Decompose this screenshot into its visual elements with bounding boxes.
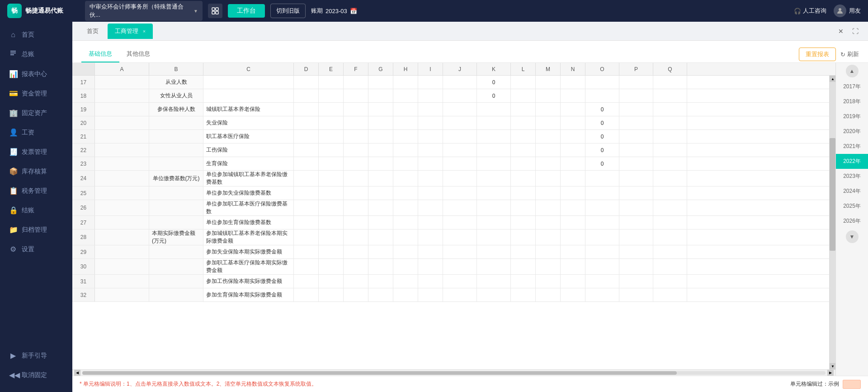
cell-28-E[interactable] xyxy=(319,229,344,245)
year-item-2020[interactable]: 2020年 xyxy=(836,124,868,139)
cell-31-B[interactable] xyxy=(149,275,203,288)
cell-18-N[interactable] xyxy=(561,89,585,102)
cell-23-K[interactable] xyxy=(477,157,511,170)
cell-25-P[interactable] xyxy=(619,186,653,200)
cell-32-K[interactable] xyxy=(477,288,511,301)
cell-31-D[interactable] xyxy=(294,275,319,288)
cell-20-K[interactable] xyxy=(477,116,511,129)
cell-22-E[interactable] xyxy=(319,143,344,157)
cell-24-B[interactable]: 单位缴费基数(万元) xyxy=(149,171,203,186)
cell-31-J[interactable] xyxy=(443,275,477,288)
cell-18-B[interactable]: 女性从业人员 xyxy=(149,89,203,102)
cell-23-M[interactable] xyxy=(536,157,561,170)
cell-32-E[interactable] xyxy=(319,288,344,301)
cell-23-N[interactable] xyxy=(561,157,585,170)
cell-28-M[interactable] xyxy=(536,229,561,245)
cell-27-G[interactable] xyxy=(368,216,393,229)
cell-20-F[interactable] xyxy=(344,116,368,129)
vertical-scrollbar[interactable]: ▲ ▼ xyxy=(829,76,835,369)
cell-21-G[interactable] xyxy=(368,130,393,143)
cell-21-H[interactable] xyxy=(393,130,418,143)
cell-27-C[interactable]: 单位参加生育保险缴费基数 xyxy=(203,216,294,229)
cell-24-O[interactable] xyxy=(585,171,619,186)
cell-17-O[interactable] xyxy=(585,76,619,89)
sidebar-item-close[interactable]: 🔒 结账 xyxy=(0,201,72,220)
cell-29-M[interactable] xyxy=(536,245,561,258)
cell-31-F[interactable] xyxy=(344,275,368,288)
cell-32-Q[interactable] xyxy=(653,288,687,301)
cell-22-J[interactable] xyxy=(443,143,477,157)
cell-24-M[interactable] xyxy=(536,171,561,186)
cell-22-D[interactable] xyxy=(294,143,319,157)
cell-31-N[interactable] xyxy=(561,275,585,288)
sidebar-item-newbie[interactable]: ▶ 新手引导 xyxy=(0,346,72,365)
cell-23-L[interactable] xyxy=(511,157,536,170)
cell-26-E[interactable] xyxy=(319,200,344,215)
cell-28-G[interactable] xyxy=(368,229,393,245)
sidebar-item-fund[interactable]: 💳 资金管理 xyxy=(0,84,72,103)
sidebar-item-report[interactable]: 📊 报表中心 xyxy=(0,64,72,84)
cell-17-E[interactable] xyxy=(319,76,344,89)
cell-23-F[interactable] xyxy=(344,157,368,170)
sidebar-item-salary[interactable]: 👤 工资 xyxy=(0,123,72,142)
cell-27-E[interactable] xyxy=(319,216,344,229)
cell-21-K[interactable] xyxy=(477,130,511,143)
consult-button[interactable]: 🎧 人工咨询 xyxy=(794,7,826,15)
cell-18-H[interactable] xyxy=(393,89,418,102)
cell-22-G[interactable] xyxy=(368,143,393,157)
cell-18-P[interactable] xyxy=(619,89,653,102)
cell-28-B[interactable]: 本期实际缴费金额(万元) xyxy=(149,229,203,245)
cell-17-C[interactable] xyxy=(203,76,294,89)
cell-27-B[interactable] xyxy=(149,216,203,229)
cell-23-H[interactable] xyxy=(393,157,418,170)
cell-29-C[interactable]: 参加失业保险本期实际缴费金额 xyxy=(203,245,294,258)
cell-31-O[interactable] xyxy=(585,275,619,288)
cell-30-L[interactable] xyxy=(511,259,536,274)
cell-27-M[interactable] xyxy=(536,216,561,229)
cell-17-I[interactable] xyxy=(418,76,443,89)
cell-30-K[interactable] xyxy=(477,259,511,274)
cell-31-P[interactable] xyxy=(619,275,653,288)
cell-25-Q[interactable] xyxy=(653,186,687,200)
cell-21-A[interactable] xyxy=(95,130,149,143)
tab-home[interactable]: 首页 xyxy=(80,24,106,39)
cell-19-N[interactable] xyxy=(561,103,585,116)
cell-29-L[interactable] xyxy=(511,245,536,258)
cell-31-Q[interactable] xyxy=(653,275,687,288)
cell-25-B[interactable] xyxy=(149,186,203,200)
cell-29-J[interactable] xyxy=(443,245,477,258)
cell-26-O[interactable] xyxy=(585,200,619,215)
switch-version-button[interactable]: 切到旧版 xyxy=(270,4,306,18)
cell-22-P[interactable] xyxy=(619,143,653,157)
cell-28-C[interactable]: 参加城镇职工基本养老保险本期实际缴费金额 xyxy=(203,229,294,245)
cell-28-O[interactable] xyxy=(585,229,619,245)
cell-20-O[interactable]: 0 xyxy=(585,116,619,129)
cell-22-M[interactable] xyxy=(536,143,561,157)
cell-20-H[interactable] xyxy=(393,116,418,129)
reset-report-button[interactable]: 重置报表 xyxy=(799,48,836,61)
h-scroll-thumb[interactable] xyxy=(82,371,677,375)
cell-27-P[interactable] xyxy=(619,216,653,229)
cell-32-M[interactable] xyxy=(536,288,561,301)
sidebar-item-settings[interactable]: ⚙ 设置 xyxy=(0,239,72,259)
year-item-2025[interactable]: 2025年 xyxy=(836,199,868,214)
cell-31-L[interactable] xyxy=(511,275,536,288)
cell-19-J[interactable] xyxy=(443,103,477,116)
cell-20-D[interactable] xyxy=(294,116,319,129)
cell-31-I[interactable] xyxy=(418,275,443,288)
cell-23-I[interactable] xyxy=(418,157,443,170)
cell-18-G[interactable] xyxy=(368,89,393,102)
cell-17-L[interactable] xyxy=(511,76,536,89)
cell-17-B[interactable]: 从业人数 xyxy=(149,76,203,89)
cell-24-L[interactable] xyxy=(511,171,536,186)
cell-19-G[interactable] xyxy=(368,103,393,116)
cell-18-A[interactable] xyxy=(95,89,149,102)
cell-24-J[interactable] xyxy=(443,171,477,186)
cell-19-I[interactable] xyxy=(418,103,443,116)
cell-27-I[interactable] xyxy=(418,216,443,229)
cell-21-I[interactable] xyxy=(418,130,443,143)
cell-21-O[interactable]: 0 xyxy=(585,130,619,143)
cell-19-P[interactable] xyxy=(619,103,653,116)
scroll-track[interactable] xyxy=(830,82,835,363)
cell-21-N[interactable] xyxy=(561,130,585,143)
